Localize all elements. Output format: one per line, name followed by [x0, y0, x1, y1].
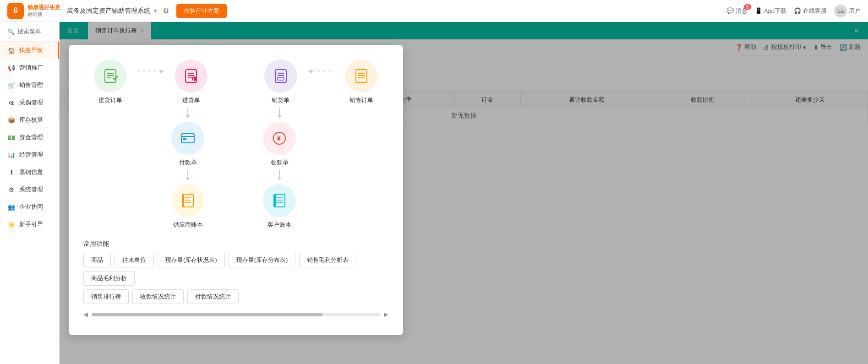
sales-order-icon	[345, 60, 378, 92]
svg-point-8	[192, 76, 197, 81]
func-btn-receipt-stat[interactable]: 收款情况统计	[132, 289, 184, 304]
flow-node-purchase-bill[interactable]: ! 进货单	[164, 60, 218, 104]
func-btn-stock-status[interactable]: 现存量(库存状况表)	[158, 253, 225, 267]
sales-order-label: 销售订单	[349, 96, 373, 104]
receipt-label: 收款单	[271, 158, 289, 167]
flow-row-3: 供应商账本 客户账本	[83, 184, 388, 229]
sidebar-nav: 🏠 快捷导航 📢 营销推广 🛒 销售管理 🛍 采购管理 📦 库存核	[0, 42, 59, 364]
func-btn-product-profit[interactable]: 商品毛利分析	[83, 271, 135, 286]
settings-icon[interactable]: ⚙	[163, 6, 169, 15]
trial-button[interactable]: 体验行业方案	[176, 4, 227, 18]
sidebar-item-marketing[interactable]: 📢 营销推广	[0, 59, 59, 76]
arrow-down-purchase	[160, 108, 215, 118]
flow-node-payment[interactable]: 付款单	[160, 122, 215, 167]
purchase-order-icon	[94, 60, 127, 92]
flow-row-arrows-2	[83, 170, 388, 180]
flow-node-customer-ledger[interactable]: 客户账本	[252, 184, 307, 229]
flow-diagram: 进货订单 ▶ !	[83, 60, 388, 233]
scroll-bar[interactable]	[92, 313, 380, 316]
func-btn-sales-rank[interactable]: 销售排行榜	[83, 289, 129, 304]
scroll-thumb	[92, 313, 322, 316]
flow-node-supplier-ledger[interactable]: 供应商账本	[160, 184, 215, 229]
sidebar-item-purchase[interactable]: 🛍 采购管理	[0, 94, 59, 111]
flow-node-purchase-order[interactable]: 进货订单	[83, 60, 137, 104]
func-buttons-group: 商品 往来单位 现存量(库存状况表) 现存量(库存分布表) 销售毛利分析表 商品…	[83, 253, 388, 286]
sidebar-search[interactable]: 🔍 搜索菜单	[0, 22, 59, 42]
scroll-left-arrow[interactable]: ◀	[83, 311, 88, 318]
settings-icon: ⚙	[7, 185, 16, 194]
sidebar-item-operations[interactable]: 📊 经营管理	[0, 146, 59, 163]
sidebar-item-basic-info[interactable]: ℹ 基础信息	[0, 163, 59, 181]
headset-icon: 🎧	[794, 7, 801, 14]
search-menu-button[interactable]: 🔍 搜索菜单	[4, 26, 55, 38]
flow-node-sales-bill[interactable]: 销货单	[254, 60, 307, 104]
home-icon: 🏠	[7, 46, 16, 54]
logo-icon: 6	[7, 3, 24, 19]
user-menu[interactable]: Ea 用户	[834, 5, 861, 17]
svg-rect-27	[182, 194, 184, 207]
sidebar-item-collaboration[interactable]: 👥 企业协同	[0, 198, 59, 216]
arrow-purchase-to-purchase-bill: ▶	[137, 68, 164, 96]
arrow-down-sales	[252, 108, 307, 118]
purchase-bill-label: 进货单	[182, 96, 200, 104]
svg-rect-20	[183, 138, 186, 140]
arrow-down-payment	[160, 170, 215, 180]
message-icon: 💬	[726, 7, 734, 14]
phone-icon: 📱	[755, 7, 762, 14]
common-functions: 常用功能 商品 往来单位 现存量(库存状况表) 现存量(库存分布表) 销售毛利分…	[83, 240, 388, 304]
customer-ledger-icon	[263, 184, 296, 217]
arrow-down-receipt	[252, 170, 307, 180]
func-btn-stock-dist[interactable]: 现存量(库存分布表)	[229, 253, 296, 267]
system-title: 装备及固定资产辅助管理系统 ▾ ⚙ 体验行业方案	[67, 4, 726, 18]
scroll-hint: ◀ ▶	[83, 308, 388, 321]
bag-icon: 🛍	[7, 98, 16, 107]
func-btn-payment-stat[interactable]: 付款情况统计	[187, 289, 239, 304]
supplier-ledger-icon	[171, 184, 204, 217]
arrow-sales-order-to-sales-bill: ◀	[308, 68, 335, 96]
box-icon: 📦	[7, 116, 16, 124]
overlay[interactable]: 进货订单 ▶ !	[60, 22, 868, 364]
sidebar-item-guide[interactable]: 🌟 新手引导	[0, 216, 59, 233]
money-icon: 💵	[7, 133, 16, 141]
receipt-icon: ¥	[263, 122, 296, 155]
content-area: 首页 销售订单执行表 × × ❓ 帮助 🖨	[60, 22, 868, 364]
common-functions-title: 常用功能	[83, 240, 388, 248]
func-buttons-group-2: 销售排行榜 收款情况统计 付款情况统计	[83, 289, 388, 304]
flow-node-sales-order[interactable]: 销售订单	[335, 60, 388, 104]
chart-icon: 📊	[7, 151, 16, 159]
dropdown-icon[interactable]: ▾	[154, 7, 157, 14]
guide-icon: 🌟	[7, 220, 16, 228]
top-right-area: 💬 消息 6 📱 App下载 🎧 在线客服 Ea 用户	[726, 5, 861, 17]
svg-rect-32	[274, 194, 276, 207]
svg-text:¥: ¥	[277, 135, 281, 142]
sidebar-item-system[interactable]: ⚙ 系统管理	[0, 181, 59, 198]
func-btn-sales-profit[interactable]: 销售毛利分析表	[299, 253, 356, 267]
logo-area: 6 畅康通好生意 标准版	[7, 3, 67, 19]
megaphone-icon: 📢	[7, 64, 16, 72]
svg-rect-13	[278, 77, 284, 80]
sidebar: 🔍 搜索菜单 🏠 快捷导航 📢 营销推广 🛒 销售管理 🛍	[0, 22, 60, 364]
cart-icon: 🛒	[7, 81, 16, 89]
sidebar-item-finance[interactable]: 💵 资金管理	[0, 129, 59, 146]
sidebar-item-quick-nav[interactable]: 🏠 快捷导航	[0, 42, 59, 59]
customer-ledger-label: 客户账本	[267, 221, 291, 229]
message-badge: 6	[744, 4, 751, 10]
flow-row-1: 进货订单 ▶ !	[83, 60, 388, 104]
app-download-button[interactable]: 📱 App下载	[755, 7, 786, 15]
logo-text: 畅康通好生意 标准版	[27, 4, 60, 18]
svg-text:!: !	[193, 77, 194, 81]
flow-node-receipt[interactable]: ¥ 收款单	[252, 122, 307, 167]
func-btn-product[interactable]: 商品	[83, 253, 111, 267]
sidebar-item-inventory[interactable]: 📦 库存核算	[0, 111, 59, 129]
search-icon: 🔍	[7, 28, 15, 35]
team-icon: 👥	[7, 203, 16, 211]
purchase-order-label: 进货订单	[98, 96, 122, 104]
scroll-right-arrow[interactable]: ▶	[384, 311, 388, 318]
sidebar-item-sales[interactable]: 🛒 销售管理	[0, 76, 59, 94]
func-btn-partners[interactable]: 往来单位	[115, 253, 154, 267]
system-name: 装备及固定资产辅助管理系统	[67, 7, 150, 15]
flow-row-arrows	[83, 108, 388, 118]
online-service-button[interactable]: 🎧 在线客服	[794, 7, 827, 15]
message-button[interactable]: 💬 消息 6	[726, 7, 748, 15]
purchase-bill-icon: !	[175, 60, 207, 92]
